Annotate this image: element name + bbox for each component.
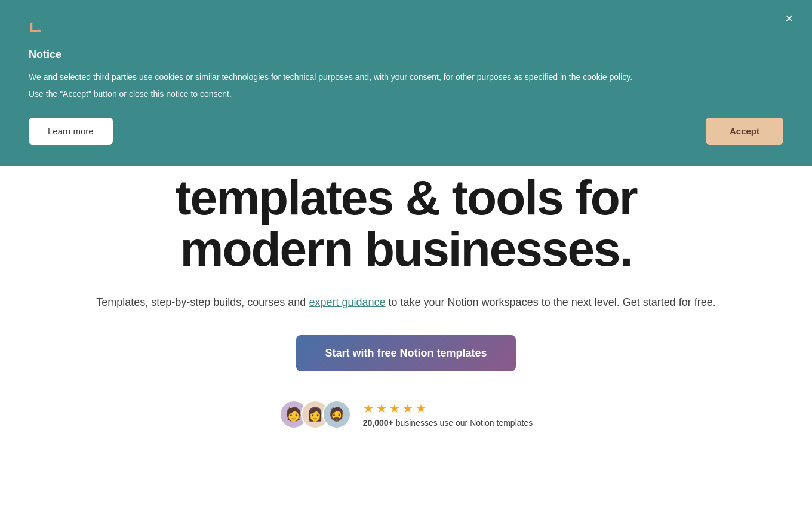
- rating-text: 20,000+ businesses use our Notion templa…: [363, 418, 533, 428]
- hero-subtitle-text2: to take your Notion workspaces to the ne…: [389, 296, 716, 308]
- cookie-close-button[interactable]: ×: [785, 12, 793, 25]
- star-2: ★: [376, 401, 387, 416]
- cookie-use-text: Use the "Accept" button or close this no…: [29, 87, 783, 100]
- star-3: ★: [389, 401, 400, 416]
- cta-button[interactable]: Start with free Notion templates: [296, 335, 515, 371]
- rating-label: businesses use our Notion templates: [396, 418, 533, 428]
- rating-section: ★ ★ ★ ★ ★ 20,000+ businesses use our Not…: [363, 401, 533, 428]
- star-4: ★: [402, 401, 413, 416]
- star-rating: ★ ★ ★ ★ ★: [363, 401, 533, 416]
- hero-title-line2: templates & tools for: [175, 170, 637, 225]
- social-proof-section: 🧑 👩 🧔 ★ ★ ★ ★ ★ 20,000+ businesses use o…: [279, 400, 533, 429]
- rating-count: 20,000+: [363, 418, 393, 428]
- avatar-group: 🧑 👩 🧔: [279, 400, 351, 429]
- accept-button[interactable]: Accept: [706, 118, 783, 145]
- cookie-body-text-content: We and selected third parties use cookie…: [29, 72, 580, 82]
- cookie-body-text: We and selected third parties use cookie…: [29, 70, 783, 84]
- cookie-buttons: Learn more Accept: [29, 118, 783, 145]
- hero-subtitle: Templates, step-by-step builds, courses …: [96, 294, 716, 311]
- hero-expert-guidance-link[interactable]: expert guidance: [309, 296, 385, 308]
- cookie-title: Notice: [29, 48, 783, 61]
- cookie-notice: ʟ. × Notice We and selected third partie…: [0, 0, 812, 166]
- avatar-3: 🧔: [322, 400, 351, 429]
- cookie-policy-link[interactable]: cookie policy: [583, 72, 630, 82]
- star-1: ★: [363, 401, 374, 416]
- hero-subtitle-text1: Templates, step-by-step builds, courses …: [96, 296, 306, 308]
- cookie-logo: ʟ.: [29, 17, 783, 36]
- star-5: ★: [416, 401, 426, 416]
- hero-title-line3: modern businesses.: [180, 222, 632, 276]
- learn-more-button[interactable]: Learn more: [29, 118, 113, 145]
